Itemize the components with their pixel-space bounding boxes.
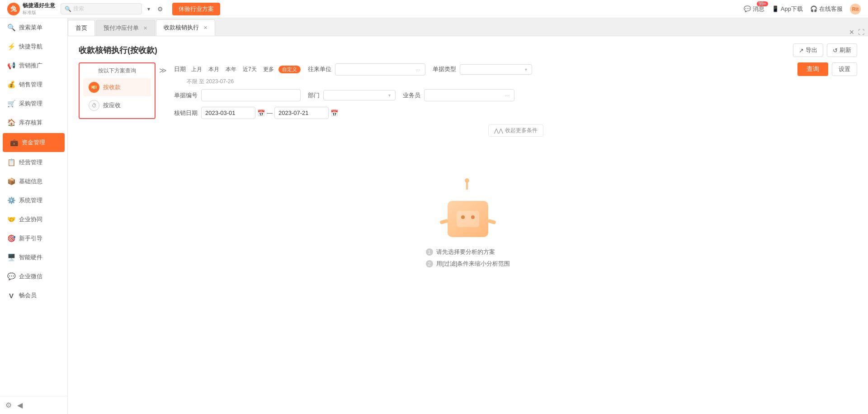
tab-receipt-verify[interactable]: 收款核销执行 ✕ [156, 19, 215, 36]
headset-icon: 🎧 [810, 5, 817, 12]
date-shortcut-group: 上月 本月 本年 近7天 更多 自定义 [189, 65, 301, 74]
export-button[interactable]: ↗ 导出 [793, 43, 823, 57]
filter-row-2: 单据编号 部门 ▾ 业务员 [174, 89, 857, 101]
query-type-wrapper: 按以下方案查询 💴 按收款 ⏱ 按应收 [79, 62, 167, 137]
verify-date-range: 📅 — 📅 [201, 107, 338, 119]
date-no-limit-hint: 不限 至 2023-07-26 [187, 78, 857, 86]
sidebar-item-marketing[interactable]: 📢 营销推广 [0, 56, 67, 75]
main-layout: 🔍 搜索菜单 ⚡ 快捷导航 📢 营销推广 💰 销售管理 🛒 采购管理 🏠 库存核… [0, 18, 868, 414]
doc-type-selector[interactable]: ▾ [460, 64, 532, 75]
app-logo: 兔 畅捷通好生意 标准版 [7, 2, 55, 16]
empty-illustration [436, 178, 500, 237]
calendar-start-icon[interactable]: 📅 [257, 109, 265, 117]
tab-prepay[interactable]: 预付冲应付单 ✕ [96, 20, 155, 36]
sidebar-item-management[interactable]: 📋 经营管理 [0, 153, 67, 172]
basic-icon: 📦 [7, 177, 15, 186]
query-button[interactable]: 查询 [797, 62, 828, 76]
settings-button[interactable]: 设置 [832, 62, 857, 76]
close-window-icon[interactable]: ✕ [849, 29, 854, 36]
vendor-filter: 往来单位 ··· [308, 63, 425, 76]
sidebar-item-wechat[interactable]: 💬 企业微信 [0, 267, 67, 286]
robot-eye-left [461, 215, 465, 219]
robot-eye-right [471, 215, 475, 219]
sidebar-item-purchase[interactable]: 🛒 采购管理 [0, 94, 67, 113]
sidebar-item-sales[interactable]: 💰 销售管理 [0, 75, 67, 94]
wechat-icon: 💬 [7, 272, 15, 281]
tab-home[interactable]: 首页 [68, 20, 95, 36]
date-more[interactable]: 更多 [261, 65, 276, 74]
doc-no-input[interactable] [201, 89, 301, 101]
robot-arm-left [439, 219, 448, 224]
refresh-button[interactable]: ↺ 刷新 [827, 43, 857, 57]
sidebar-item-system[interactable]: ⚙️ 系统管理 [0, 191, 67, 210]
filter-right: 日期 上月 本月 本年 近7天 更多 自定义 往来单位 [174, 62, 857, 137]
sidebar-item-quick-nav[interactable]: ⚡ 快捷导航 [0, 37, 67, 56]
verify-date-end-input[interactable] [274, 107, 329, 119]
sidebar-item-guide[interactable]: 🎯 新手引导 [0, 229, 67, 248]
sidebar-item-inventory[interactable]: 🏠 库存核算 [0, 113, 67, 132]
avatar: Rit [850, 4, 861, 14]
robot-body [448, 201, 488, 237]
settings-bottom-icon[interactable]: ⚙ [5, 401, 12, 409]
date-this-year[interactable]: 本年 [224, 65, 238, 74]
marketing-icon: 📢 [7, 62, 15, 70]
message-item[interactable]: 💬 消息 99+ [744, 5, 764, 13]
sidebar-item-enterprise[interactable]: 🤝 企业协同 [0, 210, 67, 229]
phone-icon: 📱 [772, 5, 779, 12]
sidebar-item-member[interactable]: V 畅会员 [0, 286, 67, 305]
receipt-option-icon: 💴 [89, 82, 99, 93]
collapse-more-button[interactable]: ⋀⋀ 收起更多条件 [488, 124, 543, 137]
query-by-receipt[interactable]: 💴 按收款 [83, 78, 151, 96]
collapse-sidebar-icon[interactable]: ◀ [17, 401, 23, 409]
receivable-option-icon: ⏱ [89, 100, 99, 111]
purchase-icon: 🛒 [7, 100, 15, 108]
filter-panel: 按以下方案查询 💴 按收款 ⏱ 按应收 [68, 57, 868, 142]
tab-bar: 首页 预付冲应付单 ✕ 收款核销执行 ✕ ✕ ⛶ [68, 18, 868, 36]
system-icon: ⚙️ [7, 196, 15, 205]
dropdown-arrow[interactable]: ▾ [147, 6, 150, 12]
action-buttons: 查询 设置 [797, 62, 857, 76]
page-header-actions: ↗ 导出 ↺ 刷新 [793, 43, 857, 57]
expand-icon[interactable]: ⛶ [858, 29, 864, 36]
query-by-receivable[interactable]: ⏱ 按应收 [83, 96, 151, 114]
collapse-left-panel-btn[interactable]: ≫ [159, 66, 167, 75]
hint-line-1: 1 请先选择要分析的方案 [426, 246, 510, 258]
management-icon: 📋 [7, 158, 15, 167]
tab-close-prepay[interactable]: ✕ [143, 25, 147, 31]
sidebar-item-basic[interactable]: 📦 基础信息 [0, 172, 67, 191]
doc-no-filter: 单据编号 [174, 89, 301, 101]
sidebar: 🔍 搜索菜单 ⚡ 快捷导航 📢 营销推广 💰 销售管理 🛒 采购管理 🏠 库存核… [0, 18, 68, 414]
calendar-end-icon[interactable]: 📅 [330, 109, 338, 117]
member-icon: V [7, 292, 15, 300]
user-item[interactable]: Rit [850, 4, 861, 14]
sidebar-item-finance[interactable]: 💼 资金管理 [3, 133, 65, 152]
finance-icon: 💼 [10, 138, 18, 147]
refresh-icon: ↺ [833, 47, 838, 54]
robot-antenna-top [465, 178, 469, 183]
dept-selector[interactable]: ▾ [323, 90, 396, 100]
staff-selector[interactable]: ··· [424, 89, 514, 101]
date-filter: 日期 上月 本月 本年 近7天 更多 自定义 [174, 65, 301, 74]
date-last-7-days[interactable]: 近7天 [241, 65, 259, 74]
date-last-month[interactable]: 上月 [189, 65, 204, 74]
gear-icon[interactable]: ⚙ [157, 5, 163, 13]
industry-solution-button[interactable]: 休验行业方案 [172, 3, 220, 15]
vendor-selector[interactable]: ··· [335, 63, 425, 76]
robot-arm-right [487, 219, 496, 224]
dept-filter: 部门 ▾ [308, 90, 396, 100]
doc-type-filter: 单据类型 ▾ [433, 64, 532, 75]
online-service-item[interactable]: 🎧 在线客服 [810, 5, 843, 13]
collapse-more-row: ⋀⋀ 收起更多条件 [174, 124, 857, 137]
content-area: 首页 预付冲应付单 ✕ 收款核销执行 ✕ ✕ ⛶ 收款核销执行(按收款) [68, 18, 868, 414]
enterprise-icon: 🤝 [7, 215, 15, 224]
date-custom-badge[interactable]: 自定义 [278, 66, 301, 73]
sidebar-item-hardware[interactable]: 🖥️ 智能硬件 [0, 248, 67, 267]
verify-date-filter: 核销日期 📅 — 📅 [174, 107, 338, 119]
sidebar-item-search-menu[interactable]: 🔍 搜索菜单 [0, 18, 67, 37]
tab-close-receipt-verify[interactable]: ✕ [203, 25, 208, 31]
logo-text: 畅捷通好生意 标准版 [23, 2, 55, 16]
verify-date-start-input[interactable] [201, 107, 255, 119]
app-download-item[interactable]: 📱 App下载 [772, 5, 803, 13]
page-title: 收款核销执行(按收款) [79, 45, 157, 56]
date-this-month[interactable]: 本月 [207, 65, 221, 74]
